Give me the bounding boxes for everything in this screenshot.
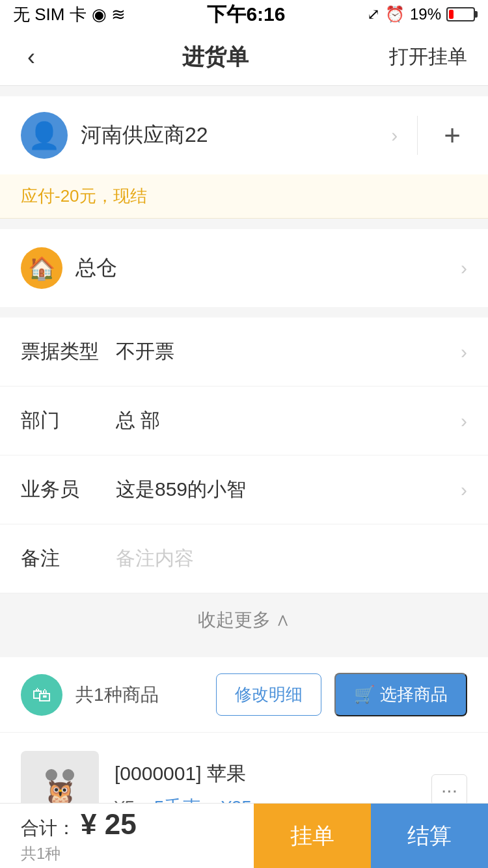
add-supplier-button[interactable]: + [437, 119, 467, 152]
status-bar: 无 SIM 卡 ◉ ≋ 下午6:16 ⤢ ⏰ 19% [0, 0, 488, 29]
supplier-name: 河南供应商22 [81, 121, 378, 150]
select-product-button[interactable]: 🛒 选择商品 [334, 673, 467, 716]
total-amount: ¥ 25 [81, 808, 137, 841]
open-suspend-button[interactable]: 打开挂单 [389, 44, 467, 70]
payment-notice: 应付-20元，现结 [0, 174, 488, 219]
back-button[interactable]: ‹ [21, 37, 42, 77]
section-gap-3 [0, 307, 488, 318]
avatar-person-icon: 👤 [28, 120, 61, 151]
suspend-button[interactable]: 挂单 [254, 804, 371, 868]
status-left: 无 SIM 卡 ◉ ≋ [13, 3, 126, 26]
supplier-avatar: 👤 [21, 112, 68, 159]
salesman-label: 业务员 [21, 476, 105, 503]
shopping-bag-icon: 🛍 [32, 684, 51, 706]
battery-percent: 19% [410, 5, 441, 23]
products-icon-circle: 🛍 [21, 674, 62, 716]
carrier-label: 无 SIM 卡 [13, 3, 87, 26]
salesman-chevron-icon: › [461, 479, 467, 501]
total-section: 合计： ¥ 25 共1种 [0, 808, 254, 864]
edit-detail-button[interactable]: 修改明细 [216, 673, 321, 716]
product-name: [0000001] 苹果 [115, 761, 416, 787]
product-more-button[interactable]: ··· [431, 774, 467, 806]
department-chevron-icon: › [461, 410, 467, 432]
status-right: ⤢ ⏰ 19% [367, 5, 475, 23]
collapse-button[interactable]: 收起更多 ∧ [0, 593, 488, 647]
department-label: 部门 [21, 407, 105, 434]
supplier-section[interactable]: 👤 河南供应商22 › + [0, 96, 488, 174]
total-label: 合计： [21, 816, 75, 841]
remarks-row[interactable]: 备注 备注内容 [0, 524, 488, 593]
salesman-value: 这是859的小智 [105, 476, 461, 503]
location-icon: ⤢ [367, 5, 380, 23]
warehouse-chevron-icon: › [461, 257, 467, 279]
form-section: 票据类型 不开票 › 部门 总 部 › 业务员 这是859的小智 › 备注 备注… [0, 318, 488, 593]
remarks-placeholder: 备注内容 [105, 545, 467, 572]
department-row[interactable]: 部门 总 部 › [0, 387, 488, 455]
section-gap-1 [0, 86, 488, 96]
product-code: [0000001] [115, 763, 201, 784]
wifi-icon: ◉ ≋ [92, 5, 126, 25]
cart-icon: 🛒 [354, 685, 375, 705]
remarks-label: 备注 [21, 545, 105, 572]
invoice-type-label: 票据类型 [21, 338, 105, 365]
invoice-type-chevron-icon: › [461, 341, 467, 363]
products-count: 共1种商品 [75, 683, 203, 707]
warehouse-section[interactable]: 🏠 总仓 › [0, 229, 488, 307]
warehouse-icon: 🏠 [28, 255, 55, 281]
alarm-icon: ⏰ [385, 5, 405, 23]
battery-icon [446, 7, 475, 21]
total-sub-label: 共1种 [21, 843, 233, 864]
supplier-chevron-icon: › [391, 124, 398, 146]
product-title: 苹果 [207, 763, 246, 784]
select-product-label: 选择商品 [380, 683, 448, 706]
nav-bar: ‹ 进货单 打开挂单 [0, 29, 488, 86]
products-header: 🛍 共1种商品 修改明细 🛒 选择商品 [0, 657, 488, 732]
warehouse-icon-circle: 🏠 [21, 247, 62, 289]
warehouse-name: 总仓 [75, 254, 448, 282]
invoice-type-row[interactable]: 票据类型 不开票 › [0, 318, 488, 387]
department-value: 总 部 [105, 407, 461, 434]
bottom-bar: 合计： ¥ 25 共1种 挂单 结算 [0, 803, 488, 868]
settle-button[interactable]: 结算 [371, 804, 488, 868]
status-time: 下午6:16 [207, 1, 285, 28]
supplier-divider [417, 116, 418, 155]
section-gap-2 [0, 219, 488, 229]
invoice-type-value: 不开票 [105, 338, 461, 365]
page-title: 进货单 [182, 42, 249, 72]
salesman-row[interactable]: 业务员 这是859的小智 › [0, 455, 488, 524]
